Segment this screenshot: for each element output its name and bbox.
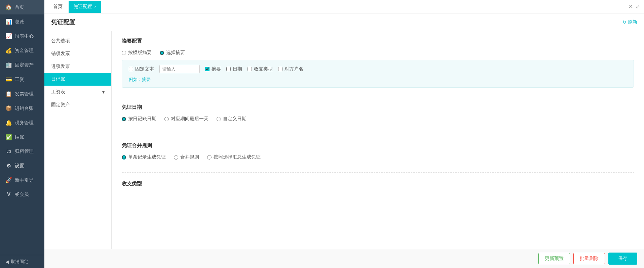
- merge-rules-radio-group: 单条记录生成凭证 合并规则 按照选择汇总生成凭证: [122, 154, 634, 160]
- update-preview-button[interactable]: 更新预置: [538, 253, 570, 264]
- voucher-date-section: 凭证日期 按日记账日期 对应期间最后一天 自定义日期: [122, 104, 634, 134]
- radio-custom-date[interactable]: 自定义日期: [217, 116, 247, 122]
- sidebar-item-home[interactable]: 🏠 首页: [0, 0, 44, 14]
- sidebar-item-funds[interactable]: 💰 资金管理: [0, 43, 44, 58]
- bottom-bar: 更新预置 批量删除 保存: [44, 249, 644, 268]
- guide-icon: 🚀: [5, 177, 12, 183]
- summary-radio-group: 按模版摘要 选择摘要: [122, 50, 634, 56]
- sidebar-item-fixed-assets[interactable]: 🏢 固定资产: [0, 58, 44, 72]
- main-area: 首页 凭证配置 × ✕ ⤢ 凭证配置 ↻ 刷新 公共选项 销项发票 进项: [44, 0, 644, 268]
- tab-home[interactable]: 首页: [48, 1, 67, 13]
- summary-checkbox-row: 固定文本 摘要 日期 收支类型: [129, 65, 627, 73]
- left-nav: 公共选项 销项发票 进项发票 日记账 工资表 ▾ 固定资产: [44, 31, 112, 249]
- sidebar-item-invoice-mgmt[interactable]: 📋 发票管理: [0, 87, 44, 101]
- sidebar-item-tax[interactable]: 🔔 税务管理: [0, 116, 44, 130]
- radio-select-summary[interactable]: 按照选择汇总生成凭证: [207, 154, 261, 160]
- vip-icon: V: [5, 191, 12, 197]
- fixed-assets-icon: 🏢: [5, 62, 12, 68]
- tab-bar-actions: ✕ ⤢: [629, 3, 640, 10]
- summary-title: 摘要配置: [122, 38, 634, 44]
- income-type-title: 收支类型: [122, 181, 634, 187]
- tab-voucher-config[interactable]: 凭证配置 ×: [69, 1, 101, 13]
- nav-item-journal[interactable]: 日记账: [44, 73, 111, 86]
- nav-item-sales-invoice[interactable]: 销项发票: [44, 47, 111, 60]
- sidebar-item-purchase-sales[interactable]: 📦 进销台账: [0, 101, 44, 116]
- sidebar-item-reports[interactable]: 📈 报表中心: [0, 29, 44, 43]
- reports-icon: 📈: [5, 33, 12, 39]
- nav-item-fixed-assets[interactable]: 固定资产: [44, 98, 111, 111]
- checkbox-fixed-text[interactable]: 固定文本: [129, 66, 154, 72]
- checkbox-date[interactable]: 日期: [226, 66, 242, 72]
- sidebar-item-archive[interactable]: 🗂 归档管理: [0, 144, 44, 159]
- archive-icon: 🗂: [5, 148, 12, 154]
- page-header: 凭证配置 ↻ 刷新: [44, 13, 644, 31]
- home-icon: 🏠: [5, 4, 12, 10]
- expand-icon[interactable]: ⤢: [636, 3, 640, 10]
- batch-delete-button[interactable]: 批量删除: [573, 253, 605, 264]
- ledger-icon: 📊: [5, 18, 12, 25]
- save-button[interactable]: 保存: [608, 253, 637, 265]
- sidebar-item-settings[interactable]: ⚙ 设置: [0, 159, 44, 173]
- invoice-icon: 📋: [5, 91, 12, 97]
- nav-item-payroll-table[interactable]: 工资表 ▾: [44, 86, 111, 98]
- sidebar-item-payroll[interactable]: 💳 工资: [0, 72, 44, 87]
- page-title: 凭证配置: [51, 18, 75, 26]
- chevron-down-icon: ▾: [102, 89, 105, 95]
- radio-period-last[interactable]: 对应期间最后一天: [164, 116, 209, 122]
- checkbox-income-type[interactable]: 收支类型: [248, 66, 273, 72]
- summary-section: 摘要配置 按模版摘要 选择摘要 固定文本: [122, 38, 634, 96]
- content-layout: 公共选项 销项发票 进项发票 日记账 工资表 ▾ 固定资产 摘要配置: [44, 31, 644, 249]
- sidebar-item-guide[interactable]: 🚀 新手引导: [0, 173, 44, 187]
- radio-merge-rules[interactable]: 合并规则: [174, 154, 199, 160]
- settings-icon: ⚙: [5, 163, 12, 169]
- sidebar: 🏠 首页 📊 总账 📈 报表中心 💰 资金管理 🏢 固定资产 💳 工资 📋 发票…: [0, 0, 44, 268]
- payroll-icon: 💳: [5, 76, 12, 83]
- nav-item-public[interactable]: 公共选项: [44, 35, 111, 47]
- summary-config-box: 固定文本 摘要 日期 收支类型: [122, 60, 634, 88]
- voucher-date-radio-group: 按日记账日期 对应期间最后一天 自定义日期: [122, 116, 634, 122]
- purchase-sales-icon: 📦: [5, 105, 12, 111]
- tab-bar: 首页 凭证配置 × ✕ ⤢: [44, 0, 644, 13]
- tax-icon: 🔔: [5, 120, 12, 126]
- sidebar-item-vip[interactable]: V 畅会员: [0, 187, 44, 202]
- radio-select-summary[interactable]: 选择摘要: [160, 50, 185, 56]
- pin-icon: ◀: [5, 259, 9, 264]
- radio-journal-date[interactable]: 按日记账日期: [122, 116, 156, 122]
- nav-item-purchase-invoice[interactable]: 进项发票: [44, 60, 111, 73]
- radio-single-record[interactable]: 单条记录生成凭证: [122, 154, 166, 160]
- close-window-icon[interactable]: ✕: [629, 3, 633, 10]
- merge-rules-section: 凭证合并规则 单条记录生成凭证 合并规则 按照选择汇总生成凭证: [122, 142, 634, 173]
- unpin-button[interactable]: ◀ 取消固定: [0, 255, 44, 268]
- sidebar-item-general-ledger[interactable]: 📊 总账: [0, 14, 44, 29]
- funds-icon: 💰: [5, 47, 12, 54]
- checkbox-abstract[interactable]: 摘要: [205, 66, 221, 72]
- settlement-icon: ✅: [5, 134, 12, 140]
- refresh-button[interactable]: ↻ 刷新: [622, 19, 637, 25]
- fixed-text-input[interactable]: [159, 65, 200, 73]
- tab-close-button[interactable]: ×: [94, 4, 97, 9]
- example-text: 例如：摘要: [129, 77, 627, 83]
- income-type-section: 收支类型: [122, 181, 634, 200]
- refresh-icon: ↻: [622, 19, 627, 25]
- sidebar-item-settlement[interactable]: ✅ 结账: [0, 130, 44, 144]
- merge-rules-title: 凭证合并规则: [122, 142, 634, 149]
- right-content: 摘要配置 按模版摘要 选择摘要 固定文本: [112, 31, 644, 249]
- checkbox-counterpart[interactable]: 对方户名: [278, 66, 303, 72]
- radio-template-summary[interactable]: 按模版摘要: [122, 50, 152, 56]
- voucher-date-title: 凭证日期: [122, 104, 634, 110]
